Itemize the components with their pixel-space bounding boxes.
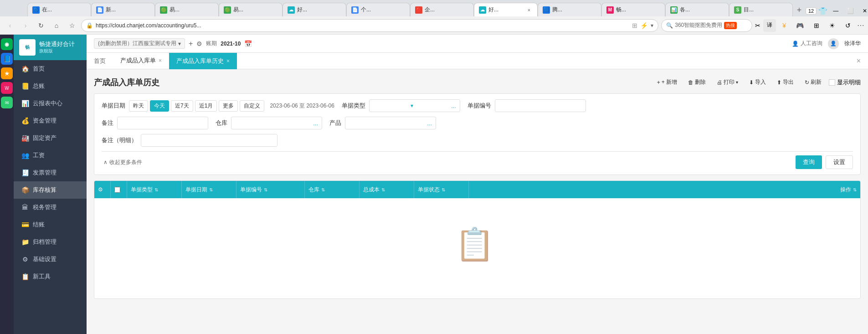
add-account-button[interactable]: +: [189, 40, 193, 48]
close-button[interactable]: ✕: [858, 5, 868, 16]
back-button[interactable]: ‹: [4, 19, 16, 32]
user-avatar[interactable]: 👤: [828, 38, 839, 49]
sidebar-item-settlement[interactable]: 💳结账: [14, 216, 87, 233]
refresh-button[interactable]: ↻ 刷新: [801, 77, 825, 88]
table-settings-icon[interactable]: ⚙: [98, 186, 103, 193]
type-ellipsis[interactable]: ...: [451, 103, 456, 109]
browser-tab-t1[interactable]: 🔵在...: [27, 3, 91, 16]
browser-tab-t4[interactable]: 🟢易...: [219, 3, 282, 16]
select-all-checkbox[interactable]: [114, 187, 120, 193]
collapse-button[interactable]: ∧ 收起更多条件: [102, 157, 144, 168]
period-value: 2021-10: [221, 41, 241, 47]
game-btn[interactable]: 🎮: [792, 19, 807, 32]
undo-btn[interactable]: ↺: [842, 19, 854, 32]
browser-tab-t6[interactable]: 📄个...: [346, 3, 410, 16]
app-icon-360[interactable]: ◉: [1, 38, 13, 50]
settings-button[interactable]: 设置: [826, 155, 853, 169]
browser-tab-t2[interactable]: 📄新...: [91, 3, 155, 16]
human-service-button[interactable]: 👤 人工咨询: [792, 40, 822, 47]
sidebar-item-cloud_report[interactable]: 📊云报表中心: [14, 95, 87, 112]
translate-btn[interactable]: 译: [763, 19, 776, 32]
shirt-icon: 👕: [818, 7, 827, 15]
browser-tab-t7[interactable]: 🔴企...: [410, 3, 474, 16]
data-table: ⚙单据类型⇅单据日期⇅单据编号⇅仓库⇅总成本⇅单据状态⇅操作⇅ 📋: [94, 180, 861, 299]
dropdown-icon[interactable]: ▾: [651, 22, 653, 29]
warehouse-ellipsis[interactable]: ...: [313, 120, 318, 127]
date-filter-更多[interactable]: 更多: [219, 100, 238, 112]
app-icon-red[interactable]: W: [1, 82, 13, 94]
yuan-btn[interactable]: ¥: [779, 19, 790, 32]
sun-btn[interactable]: ☀: [826, 19, 839, 32]
sidebar-item-fund[interactable]: 💰资金管理: [14, 112, 87, 129]
date-filter-今天[interactable]: 今天: [150, 100, 169, 112]
calendar-icon[interactable]: 📅: [244, 40, 252, 47]
account-selector[interactable]: (勿删勿禁用）江西服宝测试专用 ▾: [94, 38, 185, 49]
sidebar-item-basic[interactable]: ⚙基础设置: [14, 251, 87, 268]
sidebar-item-archive[interactable]: 📁归档管理: [14, 233, 87, 251]
settings-icon[interactable]: ⚙: [196, 40, 202, 47]
date-filter-近7天[interactable]: 近7天: [171, 100, 193, 112]
export-icon: ⬆: [777, 79, 781, 86]
url-text: https://cloud.chanjet.com/accounting/uru…: [96, 22, 201, 29]
tab-list-close[interactable]: ×: [159, 57, 162, 64]
sidebar-item-payroll[interactable]: 👥工资: [14, 147, 87, 164]
number-input[interactable]: [495, 99, 586, 112]
browser-tab-t12[interactable]: S目...: [729, 3, 793, 16]
note-detail-input[interactable]: [141, 134, 277, 147]
warehouse-select[interactable]: ...: [231, 117, 322, 129]
show-detail-checkbox[interactable]: [829, 79, 835, 86]
breadcrumb-home[interactable]: 首页: [94, 57, 106, 65]
product-select[interactable]: ...: [345, 117, 436, 129]
app-icon-green[interactable]: ✉: [1, 97, 13, 108]
tab-title-t9: 腾...: [552, 6, 596, 14]
scissors-icon[interactable]: ✂: [755, 22, 760, 29]
more-btn[interactable]: ⋯: [857, 21, 864, 30]
url-bar[interactable]: 🔒 https://cloud.chanjet.com/accounting/u…: [81, 19, 658, 32]
grid-btn[interactable]: ⊞: [810, 19, 823, 32]
type-select[interactable]: ▾ ...: [369, 99, 460, 112]
date-filter-昨天[interactable]: 昨天: [129, 100, 148, 112]
sidebar-item-tax[interactable]: 🏛税务管理: [14, 199, 87, 216]
tab-history-page[interactable]: 产成品入库单历史 ×: [169, 53, 237, 69]
print-button[interactable]: 🖨 打印 ▾: [713, 77, 742, 88]
delete-button[interactable]: 🗑 删除: [684, 77, 709, 88]
minimize-button[interactable]: —: [829, 5, 842, 16]
tab-close-t8[interactable]: ×: [525, 6, 533, 14]
add-button[interactable]: + + 新增: [653, 77, 681, 88]
bookmark-button[interactable]: ☆: [66, 19, 78, 32]
sidebar-item-ledger[interactable]: 📒总账: [14, 77, 87, 95]
product-ellipsis[interactable]: ...: [427, 120, 432, 127]
browser-tab-t11[interactable]: 📊各...: [665, 3, 729, 16]
sidebar-item-inventory[interactable]: 📦库存核算: [14, 181, 87, 199]
browser-tab-t9[interactable]: 🟦腾...: [538, 3, 601, 16]
tab-title-t2: 新...: [106, 6, 150, 14]
sidebar-item-fixed_asset[interactable]: 🏭固定资产: [14, 129, 87, 147]
browser-tab-t3[interactable]: 🟢易...: [155, 3, 219, 16]
import-button[interactable]: ⬇ 导入: [745, 77, 770, 88]
sidebar-item-home[interactable]: 🏠首页: [14, 60, 87, 77]
new-tab-button[interactable]: +: [793, 4, 806, 16]
query-button[interactable]: 查询: [796, 155, 822, 169]
sidebar-icon-fixed_asset: 🏭: [21, 134, 29, 142]
sidebar-item-new_report[interactable]: 📋新工具: [14, 268, 87, 285]
tab-list-page[interactable]: 产成品入库单 ×: [113, 53, 169, 69]
th-settings[interactable]: ⚙: [94, 181, 111, 198]
maximize-button[interactable]: ⬜: [844, 5, 857, 16]
export-button[interactable]: ⬆ 导出: [773, 77, 797, 88]
browser-tab-t8[interactable]: ☁好...×: [474, 3, 538, 16]
app-icon-blue[interactable]: 📘: [1, 53, 13, 65]
browser-tab-t10[interactable]: M畅...: [601, 3, 665, 16]
app-icon-orange[interactable]: ★: [1, 67, 13, 79]
forward-button[interactable]: ›: [19, 19, 32, 32]
date-filter-近1月[interactable]: 近1月: [195, 100, 217, 112]
tab-history-close[interactable]: ×: [226, 58, 230, 64]
home-button[interactable]: ⌂: [50, 19, 63, 32]
search-bar[interactable]: 🔍 360智能抠图免费用 热搜: [661, 19, 752, 32]
th-checkbox[interactable]: [111, 181, 127, 198]
refresh-button[interactable]: ↻: [35, 19, 47, 32]
browser-tab-t5[interactable]: ☁好...: [282, 3, 346, 16]
date-filter-自定义[interactable]: 自定义: [240, 100, 264, 112]
close-panel-button[interactable]: ×: [857, 57, 868, 65]
note-input[interactable]: [117, 117, 208, 129]
sidebar-item-invoice[interactable]: 🧾发票管理: [14, 164, 87, 181]
